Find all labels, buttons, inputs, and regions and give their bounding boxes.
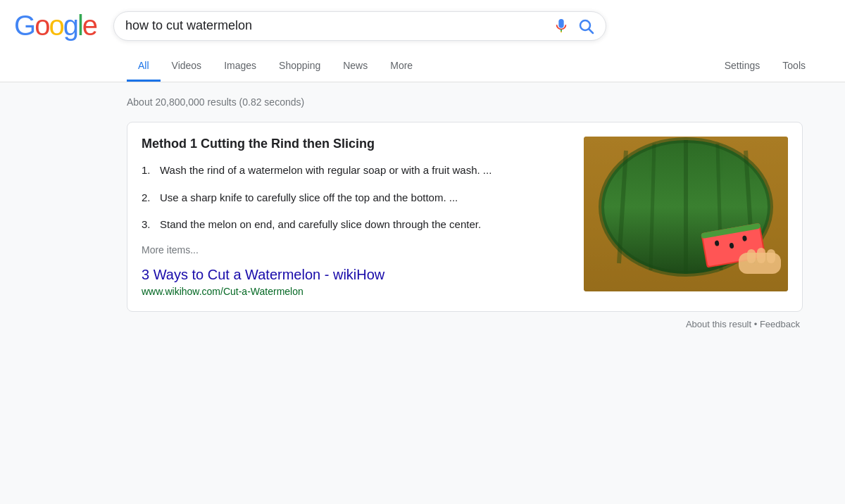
feedback-link[interactable]: Feedback <box>760 319 800 329</box>
footer-text: About this result • Feedback <box>686 319 800 329</box>
step-1: 1. Wash the rind of a watermelon with re… <box>142 163 570 179</box>
mic-icon[interactable] <box>553 18 569 34</box>
header-top: Google <box>14 10 831 51</box>
tab-images[interactable]: Images <box>213 51 268 82</box>
results-count: About 20,800,000 results (0.82 seconds) <box>127 96 831 108</box>
step-3-num: 3. <box>142 217 154 233</box>
step-2-text: Use a sharp knife to carefully slice off… <box>160 190 458 206</box>
more-items[interactable]: More items... <box>142 244 570 256</box>
step-1-num: 1. <box>142 163 154 179</box>
logo-l: l <box>77 10 82 42</box>
watermelon-image <box>584 137 788 291</box>
tab-more[interactable]: More <box>379 51 424 82</box>
step-3-text: Stand the melon on end, and carefully sl… <box>160 217 481 233</box>
google-logo[interactable]: Google <box>14 10 96 42</box>
search-icons <box>553 18 594 34</box>
result-title-link[interactable]: 3 Ways to Cut a Watermelon - wikiHow <box>142 267 570 283</box>
logo-g2: g <box>63 10 77 42</box>
nav-tabs-left: All Videos Images Shopping News More <box>127 51 424 82</box>
svg-rect-22 <box>767 249 775 263</box>
step-2-num: 2. <box>142 190 154 206</box>
tab-all[interactable]: All <box>127 51 161 82</box>
featured-content: Method 1 Cutting the Rind then Slicing 1… <box>142 137 570 297</box>
logo-e: e <box>82 10 96 42</box>
tab-news[interactable]: News <box>332 51 379 82</box>
footer-separator: • <box>754 319 760 329</box>
svg-rect-21 <box>757 248 765 263</box>
results-area: About 20,800,000 results (0.82 seconds) … <box>0 82 845 344</box>
step-3: 3. Stand the melon on end, and carefully… <box>142 217 570 233</box>
svg-point-0 <box>561 31 562 32</box>
logo-o1: o <box>35 10 49 42</box>
search-icon[interactable] <box>577 18 594 34</box>
svg-rect-20 <box>747 249 756 263</box>
featured-image-wrapper: greatideas.people.com <box>584 137 788 297</box>
logo-o2: o <box>49 10 63 42</box>
featured-snippet-card: Method 1 Cutting the Rind then Slicing 1… <box>127 122 803 312</box>
nav-tabs-right: Settings Tools <box>713 51 831 82</box>
tab-settings[interactable]: Settings <box>713 51 772 82</box>
featured-title: Method 1 Cutting the Rind then Slicing <box>142 137 570 151</box>
search-input[interactable] <box>125 18 553 33</box>
logo-g: G <box>14 10 35 42</box>
step-1-text: Wash the rind of a watermelon with regul… <box>160 163 492 179</box>
tab-videos[interactable]: Videos <box>161 51 213 82</box>
result-footer: About this result • Feedback <box>127 317 803 330</box>
svg-line-2 <box>589 29 594 33</box>
about-result-link[interactable]: About this result <box>686 319 751 329</box>
step-2: 2. Use a sharp knife to carefully slice … <box>142 190 570 206</box>
featured-steps: 1. Wash the rind of a watermelon with re… <box>142 163 570 233</box>
search-box <box>113 11 606 41</box>
tab-shopping[interactable]: Shopping <box>268 51 332 82</box>
nav-tabs: All Videos Images Shopping News More Set… <box>14 51 831 82</box>
tab-tools[interactable]: Tools <box>771 51 817 82</box>
featured-image[interactable]: greatideas.people.com <box>584 137 788 291</box>
result-url: www.wikihow.com/Cut-a-Watermelon <box>142 286 570 297</box>
header: Google All <box>0 0 845 82</box>
